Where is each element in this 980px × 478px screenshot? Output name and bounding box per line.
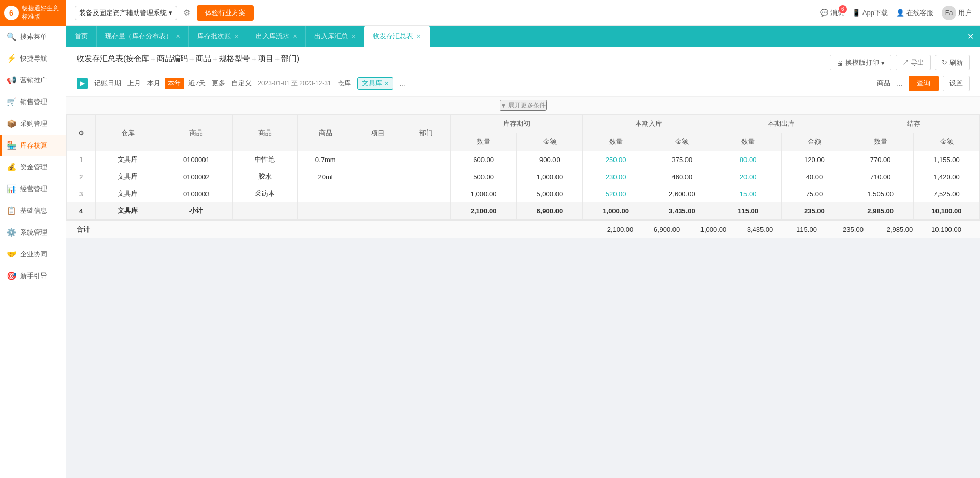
goods-more-btn[interactable]: ... [897,80,902,88]
sidebar-item-basic[interactable]: 📋 基础信息 [0,200,66,222]
warehouse-more-btn[interactable]: ... [400,80,405,88]
cell-in-qty[interactable]: 520.00 [583,185,649,202]
tab-recv-sum-close[interactable]: ✕ [416,33,421,40]
service-action[interactable]: 👤 在线客服 [896,8,933,18]
sidebar-item-label: 营销推广 [20,76,47,85]
message-action[interactable]: 💬 消息 6 [820,8,844,18]
page-header: 收发存汇总表(按仓库＋商品编码＋商品＋规格型号＋项目＋部门) 🖨 换模版打印 ▾… [66,47,980,70]
cell-out-qty[interactable]: 20.00 [715,168,781,185]
settings-icon[interactable]: ⚙ [183,8,191,18]
cell-in-qty[interactable]: 250.00 [583,151,649,168]
app-download-action[interactable]: 📱 App下载 [852,8,888,18]
tab-stock-dist[interactable]: 现存量（库存分布表） ✕ [97,26,189,47]
date-opt-this-year[interactable]: 本年 [165,78,184,89]
cell-in-qty: 1,000.00 [583,202,649,220]
quick-icon: ⚡ [7,54,16,63]
footer-bar: 合计 2,100.00 6,900.00 1,000.00 3,435.00 1… [66,220,980,238]
date-opt-this-month[interactable]: 本月 [145,78,163,89]
footer-out-amt: 235.00 [830,226,876,234]
tab-stock-dist-close[interactable]: ✕ [175,33,180,40]
cell-close-amt: 10,100.00 [914,202,980,220]
tab-recv-sum-label: 收发存汇总表 [373,32,413,41]
notification-badge: 6 [839,5,847,13]
th-open-amt: 金额 [517,133,583,151]
date-opt-7days[interactable]: 近7天 [186,78,208,89]
date-opt-custom[interactable]: 自定义 [229,78,254,89]
cell-in-amt: 460.00 [649,168,715,185]
cell-spec: 20ml [297,168,354,185]
cell-in-qty[interactable]: 230.00 [583,168,649,185]
sidebar-item-system[interactable]: ⚙️ 系统管理 [0,222,66,243]
th-dept: 部门 [402,115,450,151]
date-opt-last-month[interactable]: 上月 [125,78,143,89]
date-opt-more[interactable]: 更多 [210,78,227,89]
print-button[interactable]: 🖨 换模版打印 ▾ [830,55,891,70]
filter-bar: ▶ 记账日期 上月 本月 本年 近7天 更多 自定义 2023-01-01 至 … [66,70,980,97]
warehouse-tag-close[interactable]: ✕ [384,80,389,87]
sidebar-item-sales[interactable]: 🛒 销售管理 [0,91,66,113]
column-settings-icon[interactable]: ⚙ [78,129,84,137]
data-table: ⚙ 仓库 商品 商品 商品 项目 部门 库存期初 本期入库 本期出库 [66,114,980,220]
table-row: 3文具库0100003采访本1,000.005,000.00520.002,60… [67,185,980,202]
sales-icon: 🛒 [7,97,16,107]
cell-no: 4 [67,202,96,220]
date-filter-group: 记账日期 上月 本月 本年 近7天 更多 自定义 2023-01-01 至 20… [94,78,331,89]
tab-inout-sum-close[interactable]: ✕ [351,33,356,40]
logo-text: 畅捷通好生意 标准版 [22,5,59,21]
basic-icon: 📋 [7,206,16,215]
table-row: 4文具库小计2,100.006,900.001,000.003,435.0011… [67,202,980,220]
user-action[interactable]: Ea 用户 [942,6,972,20]
sidebar-item-quick[interactable]: ⚡ 快捷导航 [0,48,66,69]
sidebar-item-label: 系统管理 [20,228,47,237]
cell-open-qty: 1,000.00 [450,185,517,202]
tab-bar-close[interactable]: ✕ [961,32,980,41]
sidebar-item-guide[interactable]: 🎯 新手引导 [0,265,66,287]
tab-batch-close[interactable]: ✕ [234,33,239,40]
inventory-icon: 🏪 [7,141,16,150]
cell-project [354,151,402,168]
system-name: 装备及固定资产辅助管理系统 [79,8,167,18]
refresh-button[interactable]: ↻ 刷新 [935,55,970,70]
sidebar-item-ops[interactable]: 📊 经营管理 [0,178,66,200]
footer-close-amt: 10,100.00 [923,226,970,234]
query-button[interactable]: 查询 [909,76,939,91]
cell-no: 1 [67,151,96,168]
expand-conditions-btn[interactable]: ▼ 展开更多条件 [500,100,547,111]
tab-inout-sum[interactable]: 出入库汇总 ✕ [306,26,364,47]
cell-open-amt: 1,000.00 [517,168,583,185]
date-filter-label: 记账日期 [94,79,121,88]
marketing-icon: 📢 [7,76,16,85]
cell-no: 2 [67,168,96,185]
tab-inout-flow-close[interactable]: ✕ [292,33,297,40]
cell-goods: 中性笔 [232,151,297,168]
sidebar-item-search[interactable]: 🔍 搜索菜单 [0,26,66,48]
message-icon: 💬 [820,9,828,17]
settings-button[interactable]: 设置 [943,76,970,91]
date-range: 2023-01-01 至 2023-12-31 [258,79,331,88]
filter-toggle[interactable]: ▶ [77,78,88,89]
cell-out-amt: 120.00 [781,151,847,168]
cell-out-qty[interactable]: 15.00 [715,185,781,202]
system-selector[interactable]: 装备及固定资产辅助管理系统 ▾ [75,6,177,20]
footer-open-amt: 6,900.00 [643,226,690,234]
cell-close-qty: 710.00 [847,168,914,185]
tab-recv-sum[interactable]: 收发存汇总表 ✕ [364,26,430,47]
sidebar-item-label: 搜索菜单 [20,32,47,41]
page-content: 收发存汇总表(按仓库＋商品编码＋商品＋规格型号＋项目＋部门) 🖨 换模版打印 ▾… [66,47,980,478]
tab-batch[interactable]: 库存批次账 ✕ [189,26,247,47]
sidebar-item-purchase[interactable]: 📦 采购管理 [0,113,66,135]
try-button[interactable]: 体验行业方案 [197,5,254,21]
app-label: App下载 [862,8,888,18]
footer-total-label: 合计 [77,225,304,234]
sidebar-item-finance[interactable]: 💰 资金管理 [0,156,66,178]
page-title: 收发存汇总表(按仓库＋商品编码＋商品＋规格型号＋项目＋部门) [77,54,299,64]
sidebar-item-inventory[interactable]: 🏪 库存核算 [0,135,66,156]
sidebar-item-collab[interactable]: 🤝 企业协同 [0,243,66,265]
footer-close-qty: 2,985.00 [876,226,923,234]
sidebar-item-marketing[interactable]: 📢 营销推广 [0,69,66,91]
tab-home[interactable]: 首页 [66,26,97,47]
tab-inout-flow[interactable]: 出入库流水 ✕ [247,26,306,47]
header-left: 装备及固定资产辅助管理系统 ▾ ⚙ 体验行业方案 [75,5,254,21]
cell-out-qty[interactable]: 80.00 [715,151,781,168]
export-button[interactable]: ↗ 导出 [896,55,931,70]
